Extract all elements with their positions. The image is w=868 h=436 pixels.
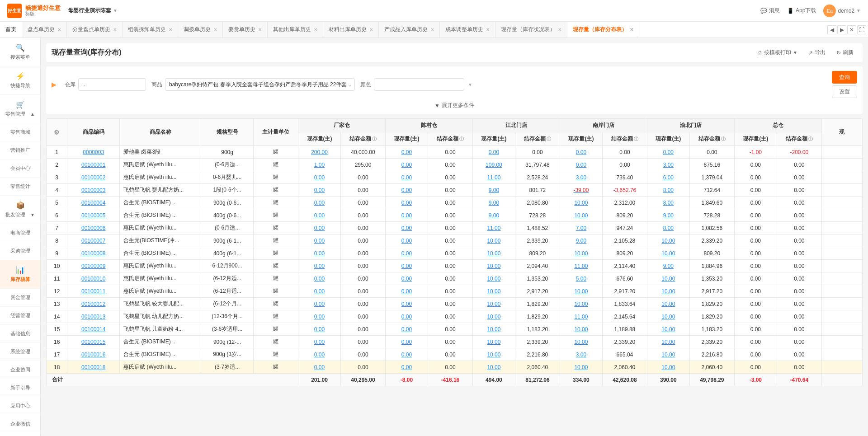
sidebar-item-inventory[interactable]: 📊 库存核算 (0, 260, 40, 289)
cell-nan-qty[interactable]: 10.00 (560, 197, 602, 209)
cell-factory-qty[interactable]: 1.00 (298, 159, 341, 171)
tab-close-all-btn[interactable]: ✕ (847, 25, 856, 34)
sidebar-item-wechat[interactable]: 企业微信 (0, 415, 40, 433)
cell-chenjia-qty[interactable]: 0.00 (386, 260, 428, 272)
cell-qb-qty[interactable]: 0.00 (647, 146, 689, 159)
cell-qb-qty[interactable]: 10.00 (647, 298, 689, 310)
cell-chenjia-qty[interactable]: 0.00 (386, 285, 428, 298)
cell-code[interactable]: 00100015 (67, 336, 120, 348)
cell-jb-qty[interactable]: 10.00 (472, 234, 515, 247)
cell-factory-qty[interactable]: 0.00 (298, 285, 341, 298)
cell-nan-qty[interactable]: 10.00 (560, 209, 602, 222)
cell-qb-qty[interactable]: 10.00 (647, 336, 689, 348)
cell-nan-qty[interactable]: 7.00 (560, 222, 602, 234)
cell-nan-qty[interactable]: 0.00 (560, 146, 602, 159)
warehouse-input[interactable] (78, 78, 146, 91)
cell-code[interactable]: 00100009 (67, 260, 120, 272)
cell-code[interactable]: 00100006 (67, 222, 120, 234)
cell-jb-qty[interactable]: 9.00 (472, 197, 515, 209)
cell-code[interactable]: 00100010 (67, 272, 120, 285)
sidebar-item-retail[interactable]: 🛒 零售管理 ▲ (0, 95, 40, 123)
cell-jb-qty[interactable]: 0.00 (472, 146, 515, 159)
cell-jb-qty[interactable]: 10.00 (472, 272, 515, 285)
sidebar-item-base[interactable]: 基础信息 (0, 325, 40, 343)
sidebar-item-wholesale[interactable]: 📦 批发管理 ▼ (0, 196, 40, 224)
cell-factory-qty[interactable]: 0.00 (298, 171, 341, 184)
cell-code[interactable]: 00100003 (67, 184, 120, 197)
cell-code[interactable]: 00100013 (67, 310, 120, 323)
tab-production[interactable]: 产成品入库单历史 ✕ (379, 22, 440, 38)
cell-nan-qty[interactable]: -39.00 (560, 184, 602, 197)
cell-qb-qty[interactable]: 10.00 (647, 323, 689, 336)
tab-close-inventory2[interactable]: ✕ (630, 27, 633, 32)
cell-chenjia-qty[interactable]: 0.00 (386, 323, 428, 336)
cell-chenjia-qty[interactable]: 0.00 (386, 361, 428, 374)
cell-jb-qty[interactable]: 10.00 (472, 348, 515, 361)
industry-selector[interactable]: 母婴行业演示陈套 ▼ (68, 7, 118, 14)
tab-inventory1[interactable]: 现存量（库存状况表） ✕ (495, 22, 567, 38)
cell-code[interactable]: 00100011 (67, 285, 120, 298)
tab-stocklist2[interactable]: 分量盘点单历史 ✕ (67, 22, 123, 38)
cell-factory-qty[interactable]: 200.00 (298, 146, 341, 159)
cell-factory-qty[interactable]: 0.00 (298, 234, 341, 247)
expand-conditions-btn[interactable]: ▼ 展开更多条件 (52, 102, 857, 109)
cell-code[interactable]: 00100001 (67, 159, 120, 171)
refresh-btn[interactable]: ↻ 刷新 (833, 47, 857, 58)
cell-code[interactable]: 00100004 (67, 197, 120, 209)
tab-close-costadjust[interactable]: ✕ (486, 27, 490, 32)
cell-chenjia-qty[interactable]: 0.00 (386, 234, 428, 247)
goods-input[interactable] (165, 78, 355, 91)
setting-btn[interactable]: 设置 (832, 85, 857, 98)
cell-nan-qty[interactable]: 11.00 (560, 260, 602, 272)
cell-nan-qty[interactable]: 10.00 (560, 247, 602, 260)
cell-nan-qty[interactable]: 3.00 (560, 348, 602, 361)
cell-code[interactable]: 00100016 (67, 348, 120, 361)
cell-jb-qty[interactable]: 10.00 (472, 323, 515, 336)
cell-chenjia-qty[interactable]: 0.00 (386, 272, 428, 285)
sidebar-item-member[interactable]: 会员中心 (0, 159, 40, 178)
cell-qb-qty[interactable]: 10.00 (647, 310, 689, 323)
expand-arrow-icon[interactable]: ▶ (52, 81, 57, 88)
sidebar-item-ecom[interactable]: 电商管理 (0, 224, 40, 242)
cell-nan-qty[interactable]: 5.00 (560, 272, 602, 285)
cell-code[interactable]: 00100007 (67, 234, 120, 247)
cell-jb-qty[interactable]: 11.00 (472, 222, 515, 234)
cell-factory-qty[interactable]: 0.00 (298, 336, 341, 348)
cell-nan-qty[interactable]: 10.00 (560, 336, 602, 348)
cell-jb-qty[interactable]: 10.00 (472, 310, 515, 323)
tab-close-stocklist[interactable]: ✕ (57, 27, 61, 32)
tab-close-assembly[interactable]: ✕ (169, 27, 172, 32)
cell-nan-qty[interactable]: 10.00 (560, 361, 602, 374)
tab-inventory2[interactable]: 现存量（库存分布表） ✕ (567, 22, 639, 38)
cell-factory-qty[interactable]: 0.00 (298, 197, 341, 209)
sidebar-item-guide[interactable]: 新手引导 (0, 379, 40, 397)
cell-factory-qty[interactable]: 0.00 (298, 184, 341, 197)
cell-chenjia-qty[interactable]: 0.00 (386, 197, 428, 209)
query-btn[interactable]: 查询 (832, 71, 857, 84)
cell-qb-qty[interactable]: 10.00 (647, 247, 689, 260)
cell-chenjia-qty[interactable]: 0.00 (386, 146, 428, 159)
cell-chenjia-qty[interactable]: 0.00 (386, 171, 428, 184)
cell-qb-qty[interactable]: 9.00 (647, 209, 689, 222)
cell-code[interactable]: 00100012 (67, 298, 120, 310)
cell-nan-qty[interactable]: 10.00 (560, 323, 602, 336)
cell-factory-qty[interactable]: 0.00 (298, 247, 341, 260)
cell-qb-qty[interactable]: 10.00 (647, 348, 689, 361)
tab-purchase[interactable]: 要货单历史 ✕ (223, 22, 268, 38)
cell-qb-qty[interactable]: 3.00 (647, 159, 689, 171)
print-btn[interactable]: 🖨 按模板打印 ▼ (753, 47, 801, 58)
sidebar-item-marketing[interactable]: 营销推广 (0, 141, 40, 159)
cell-qb-qty[interactable]: 10.00 (647, 361, 689, 374)
sidebar-item-sys[interactable]: 系统管理 (0, 343, 40, 361)
tab-next-btn[interactable]: ▶ (837, 25, 846, 34)
cell-factory-qty[interactable]: 0.00 (298, 298, 341, 310)
cell-jb-qty[interactable]: 10.00 (472, 361, 515, 374)
sidebar-item-retailshop[interactable]: 零售商城 (0, 123, 40, 141)
cell-chenjia-qty[interactable]: 0.00 (386, 298, 428, 310)
cell-factory-qty[interactable]: 0.00 (298, 222, 341, 234)
cell-nan-qty[interactable]: 3.00 (560, 171, 602, 184)
tab-close-inventory1[interactable]: ✕ (558, 27, 561, 32)
tab-close-production[interactable]: ✕ (430, 27, 434, 32)
cell-jb-qty[interactable]: 10.00 (472, 285, 515, 298)
cell-factory-qty[interactable]: 0.00 (298, 348, 341, 361)
